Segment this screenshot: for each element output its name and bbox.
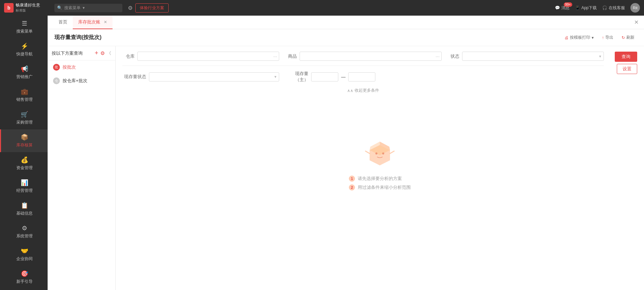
sales-icon: 💼 — [21, 88, 28, 95]
status-label: 状态 — [447, 53, 459, 59]
sidebar-label-guide: 新手引导 — [16, 279, 33, 285]
online-service-label: 在线客服 — [609, 5, 625, 11]
filter-item-by-warehouse-batch[interactable]: 仓 按仓库+批次 — [48, 74, 115, 88]
sidebar-item-purchase[interactable]: 🛒 采购管理 — [0, 107, 48, 129]
logo-icon: b — [4, 3, 14, 13]
basic-icon: 📋 — [21, 202, 28, 209]
collapse-btn[interactable]: ∧∧ 收起更多条件 — [346, 86, 380, 95]
tab-bar: 首页 库存批次账 ✕ ✕ — [48, 16, 644, 29]
warehouse-more-btn[interactable]: ··· — [273, 54, 277, 59]
sidebar-label-search: 搜索菜单 — [16, 29, 33, 34]
warehouse-input-wrapper: ··· — [137, 52, 279, 61]
sidebar: ☰ 搜索菜单 ⚡ 快捷导航 📢 营销推广 💼 销售管理 🛒 采购管理 📦 库存核… — [0, 16, 48, 290]
warehouse-batch-icon: 仓 — [53, 77, 60, 84]
filter-item-warehouse-batch-label: 按仓库+批次 — [63, 78, 87, 84]
sidebar-item-system[interactable]: ⚙ 系统管理 — [0, 220, 48, 243]
inventory-status-group: 现存量状态 ▾ — [122, 72, 279, 81]
filter-row-1: 仓库 ··· 商品 — [122, 52, 604, 61]
sidebar-item-enterprise[interactable]: 🤝 企业协同 — [0, 243, 48, 266]
header-right: 💬 消息 99+ 📱 App下载 🎧 在线客服 Rit — [555, 3, 640, 13]
menu-search-bar[interactable]: 🔍 搜索菜单 ▾ — [54, 4, 122, 12]
tab-home[interactable]: 首页 — [53, 16, 73, 29]
sidebar-item-operations[interactable]: 📊 经营管理 — [0, 175, 48, 198]
print-icon: 🖨 — [564, 35, 569, 40]
gear-icon: ⚙ — [128, 5, 133, 11]
export-icon: ↑ — [602, 35, 604, 40]
settings-btn[interactable]: 设置 — [617, 64, 637, 74]
system-icon: ⚙ — [22, 224, 27, 232]
sidebar-item-quick-nav[interactable]: ⚡ 快捷导航 — [0, 38, 48, 61]
filter-panel-header: 按以下方案查询 + ⚙ 《 — [48, 46, 115, 60]
svg-point-4 — [375, 152, 377, 155]
refresh-icon: ↻ — [622, 35, 625, 40]
message-action[interactable]: 💬 消息 99+ — [555, 5, 570, 11]
svg-line-6 — [366, 151, 370, 153]
tab-panel-close-btn[interactable]: ✕ — [634, 19, 639, 25]
phone-icon: 📱 — [575, 5, 580, 10]
filter-panel: 按以下方案查询 + ⚙ 《 批 按批次 仓 按仓库+批次 — [48, 46, 116, 290]
sidebar-label-basic: 基础信息 — [16, 211, 33, 216]
warehouse-input[interactable] — [137, 52, 279, 61]
close-icon: ✕ — [634, 19, 639, 25]
empty-illustration — [363, 135, 397, 169]
collapse-up-icon: ∧∧ — [347, 88, 353, 93]
sidebar-label-operations: 经营管理 — [16, 188, 33, 194]
filter-header-actions: + ⚙ 《 — [95, 50, 111, 57]
sidebar-item-sales[interactable]: 💼 销售管理 — [0, 84, 48, 107]
sidebar-label-enterprise: 企业协同 — [16, 256, 33, 262]
btn-group: 查询 设置 — [609, 52, 637, 74]
filter-collapse-btn[interactable]: 《 — [107, 50, 111, 56]
sidebar-item-search[interactable]: ☰ 搜索菜单 — [0, 16, 48, 38]
inventory-status-select[interactable] — [149, 72, 279, 81]
app-name: 畅康通好生意 — [16, 3, 40, 8]
sidebar-item-basic[interactable]: 📋 基础信息 — [0, 198, 48, 220]
status-select[interactable] — [462, 52, 604, 61]
enterprise-icon: 🤝 — [21, 247, 28, 255]
inventory-qty-label: 现存量（主） — [285, 71, 308, 83]
sidebar-item-guide[interactable]: 🎯 新手引导 — [0, 266, 48, 289]
search-label: 搜索菜单 — [64, 5, 81, 11]
user-area[interactable]: Rit — [630, 3, 640, 13]
sidebar-item-apps[interactable]: 🔲 应用中心 — [0, 289, 48, 290]
empty-state: 1 请先选择要分析的方案 2 用过滤条件来缩小分析范围 — [122, 95, 637, 231]
collapse-label: 收起更多条件 — [355, 88, 379, 93]
experience-btn[interactable]: 体验行业方案 — [135, 3, 169, 13]
tab-inventory-batch[interactable]: 库存批次账 ✕ — [73, 16, 113, 29]
filter-divider — [122, 66, 604, 66]
warehouse-label: 仓库 — [122, 53, 135, 59]
inventory-qty-to[interactable] — [348, 72, 375, 81]
product-filter-group: 商品 ··· — [285, 52, 441, 61]
filter-add-btn[interactable]: + — [95, 50, 98, 57]
filter-item-by-batch[interactable]: 批 按批次 — [48, 60, 115, 74]
empty-tips: 1 请先选择要分析的方案 2 用过滤条件来缩小分析范围 — [349, 176, 411, 191]
query-btn[interactable]: 查询 — [615, 52, 637, 62]
quick-nav-icon: ⚡ — [21, 42, 28, 50]
online-service-action[interactable]: 🎧 在线客服 — [602, 5, 625, 11]
main-layout: ☰ 搜索菜单 ⚡ 快捷导航 📢 营销推广 💼 销售管理 🛒 采购管理 📦 库存核… — [0, 16, 644, 290]
tab-close-btn[interactable]: ✕ — [104, 20, 107, 24]
sidebar-item-inventory[interactable]: 📦 库存核算 — [0, 129, 48, 152]
export-btn[interactable]: ↑ 导出 — [599, 33, 616, 42]
logo-info: 畅康通好生意 标准版 — [16, 3, 40, 13]
product-input-wrapper: ··· — [300, 52, 441, 61]
dropdown-icon: ▾ — [83, 5, 85, 10]
gear-settings[interactable]: ⚙ — [128, 5, 133, 11]
sidebar-item-marketing[interactable]: 📢 营销推广 — [0, 61, 48, 84]
product-input[interactable] — [300, 52, 441, 61]
svg-line-7 — [390, 151, 394, 153]
app-download-action[interactable]: 📱 App下载 — [575, 5, 597, 11]
sidebar-label-inventory: 库存核算 — [16, 142, 33, 148]
refresh-btn[interactable]: ↻ 刷新 — [619, 33, 637, 42]
inventory-qty-from[interactable] — [311, 72, 338, 81]
filter-panel-title: 按以下方案查询 — [52, 50, 83, 56]
sidebar-item-finance[interactable]: 💰 资金管理 — [0, 152, 48, 175]
batch-icon: 批 — [53, 64, 60, 71]
inventory-status-wrapper: ▾ — [149, 72, 279, 81]
purchase-icon: 🛒 — [21, 111, 28, 118]
product-more-btn[interactable]: ··· — [436, 54, 440, 59]
search-area: 仓库 ··· 商品 — [116, 46, 644, 290]
export-label: 导出 — [605, 35, 613, 40]
print-btn[interactable]: 🖨 按模板打印 ▾ — [562, 33, 596, 42]
svg-point-5 — [382, 152, 384, 155]
filter-settings-btn[interactable]: ⚙ — [100, 50, 105, 56]
